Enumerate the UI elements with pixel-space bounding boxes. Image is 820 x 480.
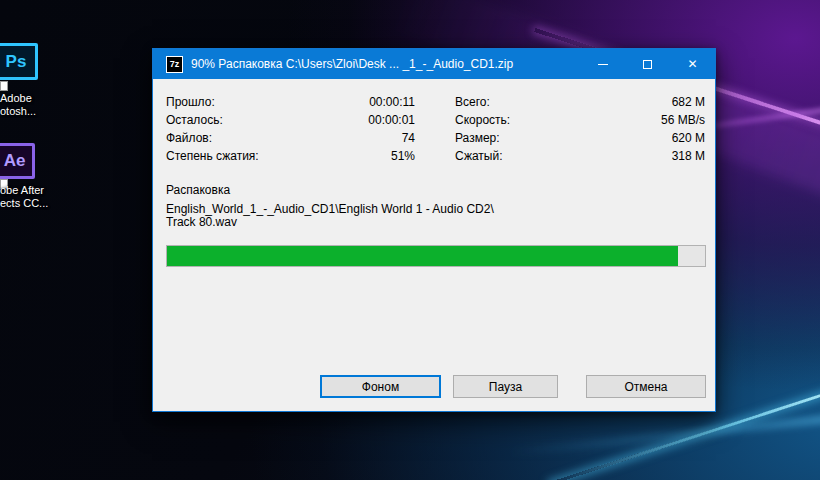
stat-label-elapsed: Прошло: [166,95,215,109]
after-effects-label-line1: obe After [0,184,44,197]
pause-button[interactable]: Пауза [453,375,558,398]
stat-label-remaining: Осталось: [166,113,223,127]
stat-label-speed: Скорость: [455,113,510,127]
seven-zip-progress-window: 7z 90% Распаковка C:\Users\Zloi\Desk ...… [152,48,716,412]
stat-value-speed: 56 MB/s [563,113,705,127]
seven-zip-app-icon: 7z [166,56,183,73]
minimize-button[interactable] [580,49,625,79]
background-button[interactable]: Фоном [320,375,441,398]
stat-label-compressed: Сжатый: [455,149,503,163]
window-title: 90% Распаковка C:\Users\Zloi\Desk ... _1… [191,57,580,71]
cancel-button[interactable]: Отмена [586,375,706,398]
photoshop-icon-glyph: Ps [6,52,27,72]
minimize-icon [598,64,608,65]
photoshop-label-line2: otosh... [0,105,36,118]
close-icon: ✕ [687,58,697,70]
stat-value-compressed: 318 M [563,149,705,163]
extracting-section-label: Распаковка [166,183,230,197]
stat-label-total: Всего: [455,95,490,109]
stat-label-size: Размер: [455,131,500,145]
stat-label-ratio: Степень сжатия: [166,149,259,163]
window-controls: ✕ [580,49,715,79]
after-effects-icon[interactable]: Ae [0,143,35,179]
extraction-progress-fill [167,246,678,266]
stat-value-ratio: 51% [273,149,415,163]
stat-value-remaining: 00:00:01 [273,113,415,127]
wallpaper-beam-cyan-soft [510,411,820,457]
desktop-wallpaper: Ps Adobe otosh... Ae obe After ects CC..… [0,0,820,480]
titlebar[interactable]: 7z 90% Распаковка C:\Users\Zloi\Desk ...… [153,49,715,79]
after-effects-label-line2: ects CC... [0,197,48,210]
maximize-icon [643,60,652,69]
current-file-path: English_World_1_-_Audio_CD1\English Worl… [166,203,706,229]
stat-label-files: Файлов: [166,131,212,145]
dialog-client-area: Прошло: 00:00:11 Осталось: 00:00:01 Файл… [153,79,715,411]
extraction-progress-bar [166,245,706,267]
shortcut-arrow-icon [0,81,8,91]
stat-value-total: 682 M [563,95,705,109]
stat-value-size: 620 M [563,131,705,145]
after-effects-icon-glyph: Ae [4,151,26,171]
photoshop-icon[interactable]: Ps [0,43,38,80]
stat-value-files: 74 [273,131,415,145]
photoshop-label-line1: Adobe [0,92,32,105]
close-button[interactable]: ✕ [670,49,715,79]
stat-value-elapsed: 00:00:11 [273,95,415,109]
maximize-button[interactable] [625,49,670,79]
